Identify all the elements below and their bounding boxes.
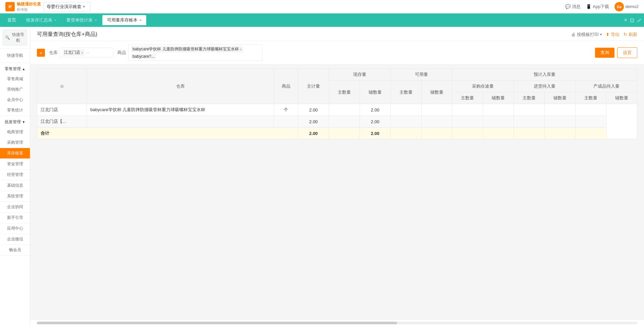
export-btn[interactable]: ⬆ 导出 [606, 32, 620, 38]
footer-current-main: 2.00 [298, 128, 329, 139]
message-btn[interactable]: 💬 消息 [565, 4, 581, 10]
sidebar-section-system: 系统管理 [0, 191, 30, 202]
sidebar-item-operations[interactable]: 经营管理 [0, 170, 30, 180]
restore-btn[interactable]: ⊡ [630, 17, 634, 24]
row-1-incoming-main [483, 104, 514, 116]
username: demo2 [625, 4, 639, 9]
footer-proc-aux [452, 128, 483, 139]
sidebar-item-enterprise[interactable]: 企业协同 [0, 202, 30, 212]
settings-button[interactable]: 设置 [617, 47, 637, 58]
col-avail-main: 主数量 [390, 81, 421, 104]
warehouse-input[interactable]: 江北门店 × ··· [60, 48, 113, 57]
sidebar-item-quick-nav[interactable]: 快捷导航 [0, 50, 30, 61]
tenant-selector[interactable]: 母婴行业演示账套 ▾ [44, 2, 91, 11]
row-1-prod-aux [576, 104, 606, 116]
query-button[interactable]: 查询 [595, 48, 614, 58]
logo-icon: 好 [5, 2, 15, 11]
col-incoming-header: 进货待入量 [514, 81, 576, 92]
scroll-track[interactable] [37, 322, 637, 324]
tab-available[interactable]: 可用量库存账本 × [102, 15, 146, 25]
search-menu-btn[interactable]: 🔍 快捷导航 [3, 30, 27, 46]
sidebar-section-wholesale: 批发管理 ▼ 电商管理 采购管理 [0, 116, 30, 148]
content-area: 可用量查询(按仓库+商品) 🖨 按模板打印 ▾ ⬆ 导出 ↻ 刷新 [30, 27, 644, 326]
sidebar-item-retail-mall[interactable]: 零售商城 [0, 74, 30, 84]
template-print-btn[interactable]: 🖨 按模板打印 ▾ [571, 32, 602, 38]
col-proc-main: 主数量 [452, 92, 483, 104]
row-2-unit [274, 116, 298, 128]
tab-order[interactable]: 要货单统计表 × [62, 15, 101, 25]
footer-current-aux [329, 128, 360, 139]
row-1-unit: 个 [274, 104, 298, 116]
sidebar-item-retail-promo[interactable]: 营销推广 [0, 84, 30, 95]
avatar: Ea [614, 2, 624, 11]
row-2-current-aux [329, 116, 360, 128]
maximize-btn[interactable]: ⤢ [637, 17, 641, 24]
row-2-proc-main [421, 116, 452, 128]
col-available-header: 可用量 [390, 69, 452, 81]
sidebar-item-member[interactable]: 畅会员 [0, 245, 30, 255]
main-layout: 🔍 快捷导航 快捷导航 零售管理 ▲ 零售商城 营销推广 会员中心 [0, 27, 644, 326]
logo-area: 好 畅捷通好生意 标准版 [5, 1, 41, 12]
row-2-incoming-main [483, 116, 514, 128]
user-area[interactable]: Ea demo2 [614, 2, 639, 11]
export-icon: ⬆ [606, 32, 609, 37]
tab-home[interactable]: 首页 [3, 15, 21, 25]
sidebar-item-newbie[interactable]: 新手引导 [0, 213, 30, 223]
sidebar-section-enterprise: 企业协同 [0, 202, 30, 213]
row-2-proc-aux [452, 116, 483, 128]
row-1-proc-aux [452, 104, 483, 116]
app-download-btn[interactable]: 📱 App下载 [586, 4, 609, 10]
sidebar-search-area: 🔍 快捷导航 [0, 27, 30, 49]
message-icon: 💬 [565, 4, 571, 9]
expand-filter-btn[interactable]: » [37, 49, 45, 57]
col-incoming-main: 主数量 [514, 92, 545, 104]
sidebar-item-app-center[interactable]: 应用中心 [0, 223, 30, 234]
col-product-header: 商品 [274, 69, 298, 104]
row-1-avail-aux [390, 104, 421, 116]
sidebar-item-system[interactable]: 系统管理 [0, 191, 30, 201]
sidebar-item-ecommerce[interactable]: 电商管理 [0, 127, 30, 137]
sidebar-item-finance[interactable]: 资金管理 [0, 159, 30, 169]
refresh-btn[interactable]: ↻ 刷新 [624, 32, 637, 38]
logo-text: 畅捷通好生意 标准版 [17, 1, 41, 12]
more-icon[interactable]: ··· [86, 50, 89, 55]
close-all-tabs-btn[interactable]: × [624, 17, 627, 23]
sidebar-section-app-center: 应用中心 [0, 223, 30, 234]
row-2-warehouse: 江北门店【... [37, 116, 87, 128]
template-badge: 标准版 [17, 7, 41, 12]
sidebar-item-member-center[interactable]: 会员中心 [0, 95, 30, 105]
table-row: 江北门店 babycare学饮杯 儿童防摔防撞吸管杯重力球吸嘴杯宝宝水杯 个 2… [37, 104, 637, 116]
col-prod-aux: 辅数量 [606, 92, 637, 104]
sidebar-item-basics[interactable]: 基础信息 [0, 180, 30, 191]
sidebar-item-inventory[interactable]: 库存核算 [0, 148, 30, 158]
tab-close-receive[interactable]: × [54, 18, 56, 22]
bottom-scrollbar [30, 319, 644, 326]
sidebar-section-wechat: 企业微信 [0, 234, 30, 245]
sidebar-item-wechat[interactable]: 企业微信 [0, 234, 30, 244]
product-input[interactable]: babycare学饮杯 儿童防摔防撞吸管杯重力球吸嘴杯宝宝水杯 × babyca… [128, 44, 262, 61]
tab-close-available[interactable]: × [140, 18, 142, 22]
footer-incoming-aux [514, 128, 545, 139]
product-tag-1: babycare学饮杯 儿童防摔防撞吸管杯重力球吸嘴杯宝宝水杯 × [131, 46, 243, 52]
sidebar-item-procurement[interactable]: 采购管理 [0, 137, 30, 148]
sidebar-section-inventory: 库存核算 [0, 148, 30, 159]
warehouse-label: 仓库 [49, 50, 58, 56]
scroll-thumb[interactable] [37, 322, 397, 324]
sidebar-section-retail: 零售管理 ▲ 零售商城 营销推广 会员中心 零售统计 [0, 63, 30, 116]
product-tag-1-close[interactable]: × [240, 47, 242, 51]
col-prod-main: 主数量 [576, 92, 606, 104]
warehouse-tag-close[interactable]: × [81, 51, 83, 55]
tab-receive[interactable]: 收发存汇总表 × [21, 15, 61, 25]
sidebar-retail-header[interactable]: 零售管理 ▲ [0, 63, 30, 74]
row-1-warehouse: 江北门店 [37, 104, 87, 116]
footer-avail-main: 2.00 [360, 128, 390, 139]
sidebar-wholesale-header[interactable]: 批发管理 ▼ [0, 116, 30, 127]
sidebar-item-retail-stats[interactable]: 零售统计 [0, 105, 30, 115]
tab-close-order[interactable]: × [95, 18, 97, 22]
filter-actions: 查询 设置 [595, 47, 637, 58]
print-icon: 🖨 [571, 32, 576, 37]
product-tag-2: babycare?... [131, 54, 156, 59]
settings-icon[interactable]: ⚙ [60, 84, 64, 89]
product-filter-group: 商品 babycare学饮杯 儿童防摔防撞吸管杯重力球吸嘴杯宝宝水杯 × bab… [117, 44, 262, 61]
table-footer-row: 合计 2.00 2.00 [37, 128, 637, 139]
